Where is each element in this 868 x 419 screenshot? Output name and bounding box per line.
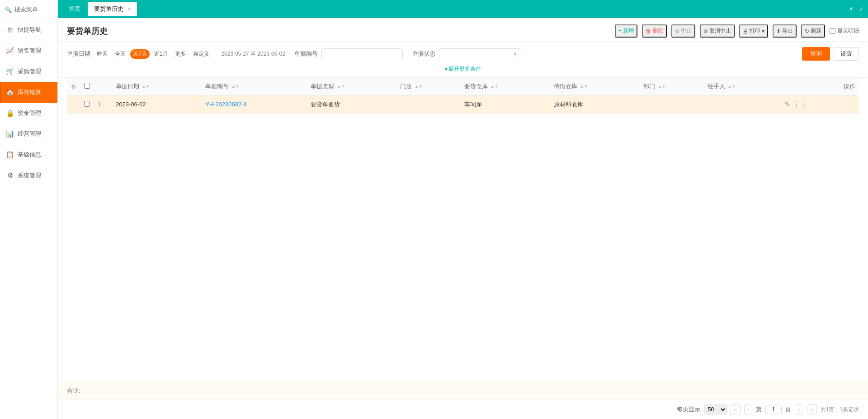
- page-title: 要货单历史: [67, 26, 108, 37]
- refresh-label: 刷新: [811, 27, 821, 35]
- date-btn-today[interactable]: 今天: [112, 49, 128, 59]
- print-icon: 🖨: [743, 28, 748, 34]
- refresh-icon: ↻: [805, 28, 809, 34]
- refresh-button[interactable]: ↻ 刷新: [801, 24, 825, 38]
- next-page-btn[interactable]: ›: [795, 405, 803, 414]
- th-settings: ⚙: [67, 78, 80, 95]
- date-btn-yesterday[interactable]: 昨天: [94, 49, 110, 59]
- topbar-close-btn[interactable]: ✕: [849, 6, 854, 12]
- print-label: 打印: [750, 27, 760, 35]
- sidebar-item-system[interactable]: ⚙ 系统管理: [0, 165, 57, 186]
- th-num: [94, 78, 112, 95]
- prev-page-btn[interactable]: ‹: [744, 405, 753, 414]
- export-label: 导出: [782, 27, 793, 35]
- stop-button[interactable]: ⊘ 中止: [671, 24, 695, 38]
- page-size-select[interactable]: 50 10 20 100: [704, 405, 727, 414]
- inventory-icon: 🏠: [6, 88, 14, 96]
- doc-number-filter-group: 单据编号: [294, 48, 403, 59]
- expand-filter-label: 展开更多条件: [448, 65, 481, 73]
- export-icon: ⬆: [776, 28, 781, 34]
- sidebar-item-purchase[interactable]: 🛒 采购管理: [0, 61, 57, 82]
- system-icon: ⚙: [6, 171, 14, 180]
- page-input[interactable]: [765, 405, 782, 414]
- print-button[interactable]: 🖨 打印 ▾: [739, 24, 768, 38]
- row-doc-type: 要货单要货: [307, 95, 396, 114]
- summary-bar: 合计:: [58, 382, 868, 400]
- th-req-warehouse: 要货仓库 ▲▼: [461, 78, 550, 95]
- row-doc-no: YH-20230602-4: [202, 95, 307, 114]
- sales-icon: 📈: [6, 47, 14, 55]
- row-date: 2023-06-02: [112, 95, 202, 114]
- delete-button[interactable]: 🗑 删除: [642, 24, 667, 38]
- show-detail-toggle[interactable]: 显示明细: [830, 27, 859, 35]
- sidebar-item-basic[interactable]: 📋 基础信息: [0, 144, 57, 165]
- th-action: 操作: [781, 78, 859, 95]
- search-icon: 🔍: [5, 6, 12, 13]
- row-edit-icon[interactable]: ✎: [784, 100, 790, 109]
- tab-history[interactable]: 要货单历史 ×: [88, 2, 137, 16]
- expand-filter-button[interactable]: ▾ 展开更多条件: [440, 63, 486, 75]
- date-btn-7days[interactable]: 近7天: [130, 49, 150, 59]
- row-settings: [67, 95, 80, 114]
- last-page-btn[interactable]: »: [807, 405, 817, 414]
- tab-home[interactable]: 首页: [62, 2, 87, 16]
- delete-label: 删除: [652, 27, 663, 35]
- sidebar-item-finance[interactable]: 🔒 资金管理: [0, 103, 57, 124]
- th-date: 单据日期 ▲▼: [112, 78, 202, 95]
- th-store: 门店 ▲▼: [396, 78, 461, 95]
- date-btn-more[interactable]: 更多: [172, 49, 189, 59]
- setting-button[interactable]: 设置: [834, 47, 859, 61]
- new-button[interactable]: + 新增: [615, 24, 637, 38]
- action-buttons: ✎ ⋮⋮: [784, 100, 855, 109]
- sort-reqwh-icon[interactable]: ▲▼: [491, 85, 499, 89]
- th-pending-warehouse: 待出仓库 ▲▼: [550, 78, 640, 95]
- cancel-stop-button[interactable]: ⊘ 取消中止: [700, 24, 735, 38]
- content: 要货单历史 + 新增 🗑 删除 ⊘ 中止 ⊘ 取消中止 🖨 打印: [58, 18, 868, 419]
- export-button[interactable]: ⬆ 导出: [773, 24, 797, 38]
- row-pending-warehouse: 原材料仓库: [550, 95, 640, 114]
- sidebar-search[interactable]: 🔍 搜索菜单: [0, 0, 57, 19]
- doc-no-link[interactable]: YH-20230602-4: [205, 101, 247, 108]
- show-detail-checkbox[interactable]: [830, 28, 835, 34]
- tab-close-icon[interactable]: ×: [128, 6, 131, 12]
- operation-icon: 📊: [6, 130, 14, 138]
- doc-number-input[interactable]: [321, 48, 403, 59]
- select-all-checkbox[interactable]: [84, 83, 90, 89]
- date-btn-1month[interactable]: 近1月: [151, 49, 171, 59]
- sort-dept-icon[interactable]: ▲▼: [658, 85, 666, 89]
- total-info: 共1页，1条记录: [821, 406, 859, 414]
- sort-date-icon[interactable]: ▲▼: [142, 85, 150, 89]
- settings-icon[interactable]: ⚙: [71, 83, 76, 90]
- sidebar-item-operation[interactable]: 📊 经营管理: [0, 124, 57, 144]
- row-req-warehouse: 车间库: [461, 95, 550, 114]
- sort-doctype-icon[interactable]: ▲▼: [337, 85, 345, 89]
- th-checkbox: [80, 78, 94, 95]
- main-area: 首页 要货单历史 × ✕ ⤢ 要货单历史 + 新增 🗑 删除 ⊘ 中止: [58, 0, 868, 419]
- date-shortcuts: 昨天 今天 近7天 近1月 更多 自定义: [94, 49, 212, 59]
- purchase-icon: 🛒: [6, 67, 14, 76]
- sort-handler-icon[interactable]: ▲▼: [728, 85, 736, 89]
- sort-pendwh-icon[interactable]: ▲▼: [580, 85, 588, 89]
- sidebar-item-label: 销售管理: [18, 47, 41, 55]
- page-suffix-label: 页: [785, 405, 791, 414]
- basic-icon: 📋: [6, 151, 14, 159]
- first-page-btn[interactable]: «: [731, 405, 741, 414]
- pagination: 每页显示 50 10 20 100 « ‹ 第 页 › » 共1页，1条记录: [58, 400, 868, 419]
- th-handler: 经手人 ▲▼: [704, 78, 781, 95]
- sidebar-item-quick-nav[interactable]: ⊞ 快捷导航: [0, 19, 57, 40]
- row-select-checkbox[interactable]: [84, 101, 90, 107]
- sort-store-icon[interactable]: ▲▼: [415, 85, 423, 89]
- row-action: ✎ ⋮⋮: [781, 95, 859, 114]
- doc-status-select[interactable]: [439, 48, 520, 59]
- summary-label: 合计:: [67, 387, 80, 394]
- date-btn-custom[interactable]: 自定义: [190, 49, 212, 59]
- sidebar-item-sales[interactable]: 📈 销售管理: [0, 40, 57, 61]
- topbar-expand-btn[interactable]: ⤢: [859, 6, 863, 12]
- sort-docno-icon[interactable]: ▲▼: [231, 85, 240, 89]
- cancel-stop-icon: ⊘: [703, 28, 708, 34]
- sidebar-item-inventory[interactable]: 🏠 库存核算: [0, 82, 57, 103]
- row-more-icon[interactable]: ⋮⋮: [793, 100, 807, 109]
- page-label-text: 第: [756, 405, 762, 414]
- query-button[interactable]: 查询: [802, 47, 830, 61]
- row-checkbox: [80, 95, 94, 114]
